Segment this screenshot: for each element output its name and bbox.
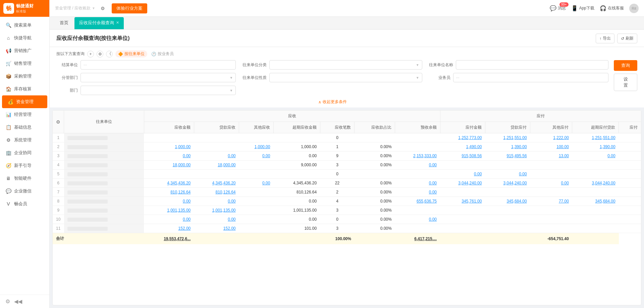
export-button[interactable]: ↑ 导出: [596, 34, 614, 43]
topbar-app-btn[interactable]: 📱 App下载: [571, 5, 594, 11]
sidebar-item-hardware[interactable]: 🖥 智能硬件: [0, 172, 49, 185]
tab-ar-query[interactable]: 应收应付余额查询 ✕: [74, 17, 124, 29]
settings-button[interactable]: 设置: [614, 74, 637, 91]
cell-num[interactable]: 345,684.00: [485, 197, 530, 206]
cell-num[interactable]: 0.00: [194, 151, 239, 161]
cell-num[interactable]: 655,636.75: [395, 197, 440, 206]
cell-num[interactable]: 0.00: [395, 215, 440, 224]
sidebar-item-corp[interactable]: 🏢 企业协同: [0, 146, 49, 159]
cell-num[interactable]: 810,126.64: [144, 188, 194, 197]
topbar-gear-icon[interactable]: ⚙: [101, 6, 105, 11]
sidebar-item-quick-nav[interactable]: ⌂ 快捷导航: [0, 32, 49, 44]
filter-settlement-input[interactable]: ···: [80, 60, 236, 70]
cell-num[interactable]: 0.00: [485, 170, 530, 179]
filter-subdept-input[interactable]: ▼: [80, 86, 236, 95]
cell-num[interactable]: 1,252,773.00: [440, 133, 485, 142]
filter-category-input[interactable]: ▼: [269, 60, 422, 70]
filter-scheme-settings-btn[interactable]: ⚙: [97, 51, 103, 57]
table-settings-icon[interactable]: ⚙: [56, 119, 60, 125]
sidebar-item-wechat[interactable]: 💬 企业微信: [0, 185, 49, 197]
cell-num[interactable]: 0.00: [395, 188, 440, 197]
cell-empty: [440, 188, 485, 197]
sidebar-item-search-menu[interactable]: 🔍 搜索菜单: [0, 19, 49, 32]
cell-num[interactable]: 810,126.64: [194, 188, 239, 197]
footer-ap-amount[interactable]: 6,417,215....: [395, 233, 440, 245]
scheme-item-partner[interactable]: 🔶 按往来单位: [115, 50, 147, 57]
avatar-initials: Rit: [632, 6, 636, 10]
cell-num[interactable]: 0.00: [395, 179, 440, 188]
filter-collapse-left-btn[interactable]: 《: [106, 51, 113, 57]
topbar-user[interactable]: Rit: [629, 4, 639, 13]
topbar-service-btn[interactable]: 🎧 在线客服: [600, 5, 624, 11]
cell-num[interactable]: 0.00: [144, 215, 194, 224]
sidebar-item-ops[interactable]: 📊 经营管理: [0, 108, 49, 121]
filter-salesperson-input[interactable]: ···: [453, 73, 608, 82]
cell-num[interactable]: 0.00: [395, 161, 440, 170]
cell-pct: 0.00%: [355, 197, 395, 206]
cell-num[interactable]: 915,508.56: [440, 151, 485, 161]
filter-collapse-row[interactable]: ∧ 收起更多条件: [56, 98, 608, 107]
filter-name-input[interactable]: [456, 60, 608, 70]
cell-num[interactable]: 1,001,135.00: [194, 206, 239, 215]
cell-num[interactable]: 0.00: [239, 151, 274, 161]
cell-partner: [64, 215, 144, 224]
cell-num[interactable]: 0.00: [239, 179, 274, 188]
refresh-button[interactable]: ↺ 刷新: [617, 34, 637, 43]
cell-num[interactable]: 4,345,436.20: [144, 179, 194, 188]
cell-num[interactable]: 3,044,240.00: [572, 179, 619, 188]
scheme-item-salesperson[interactable]: 🕐 按业务员: [149, 50, 176, 57]
sidebar-collapse-btn[interactable]: ◀◀: [14, 298, 22, 305]
sidebar-item-sales[interactable]: 🛒 销售管理: [0, 57, 49, 70]
cell-num[interactable]: 77.00: [530, 197, 572, 206]
tab-home[interactable]: 首页: [55, 17, 73, 29]
cell-num[interactable]: 345,761.00: [440, 197, 485, 206]
table-row: 11 152.00 152.00 101.00 3 0.00%: [53, 224, 641, 233]
cell-num[interactable]: 0.00: [572, 151, 619, 161]
cell-num[interactable]: 1,251,551.00: [485, 133, 530, 142]
cell-num[interactable]: 1,000.00: [144, 142, 194, 151]
cell-num[interactable]: 3,044,240.00: [485, 179, 530, 188]
cell-num[interactable]: 1,490.00: [440, 142, 485, 151]
sidebar-item-inventory[interactable]: 🏠 库存核算: [0, 83, 49, 95]
query-button[interactable]: 查询: [614, 60, 637, 71]
cell-num[interactable]: 152.00: [194, 224, 239, 233]
cell-num[interactable]: 152.00: [144, 224, 194, 233]
filter-nature-input[interactable]: ▼: [269, 73, 422, 82]
filter-add-btn[interactable]: +: [87, 51, 94, 57]
cell-num[interactable]: 0.00: [194, 215, 239, 224]
sidebar-item-marketing[interactable]: 📢 营销推广: [0, 44, 49, 57]
cell-num[interactable]: 2,153,333.00: [395, 151, 440, 161]
cell-num[interactable]: 1,222.00: [530, 133, 572, 142]
cell-num[interactable]: 0.00: [440, 170, 485, 179]
filter-dept-input[interactable]: ▼: [80, 73, 236, 82]
cell-num[interactable]: 4,345,436.20: [194, 179, 239, 188]
topbar-cta-button[interactable]: 体验行业方案: [112, 3, 147, 13]
cell-num[interactable]: 1,251,551.00: [572, 133, 619, 142]
sidebar-item-member[interactable]: V 畅会员: [0, 197, 49, 210]
cell-num[interactable]: 0.00: [530, 179, 572, 188]
cell-num[interactable]: 1,001,135.00: [144, 206, 194, 215]
sidebar-settings-btn[interactable]: ⚙: [5, 298, 10, 305]
cell-num[interactable]: 18,000.00: [144, 161, 194, 170]
sidebar-item-finance[interactable]: 💰 资金管理: [2, 95, 47, 108]
sidebar-item-system[interactable]: ⚙ 系统管理: [0, 134, 49, 146]
footer-ar-amount[interactable]: 19,553,472,6...: [144, 233, 194, 245]
cell-num[interactable]: 345,684.00: [572, 197, 619, 206]
cell-num[interactable]: 0.00: [194, 197, 239, 206]
sidebar-item-base[interactable]: 📋 基础信息: [0, 121, 49, 134]
cell-num[interactable]: 3,044,240.00: [440, 179, 485, 188]
topbar-message-btn[interactable]: 💬 消息 99+: [550, 5, 566, 11]
cell-num[interactable]: 0.00: [144, 151, 194, 161]
cell-num[interactable]: 100.00: [530, 142, 572, 151]
cell-num[interactable]: 1,390.00: [572, 142, 619, 151]
cell-num[interactable]: 18,000.00: [194, 161, 239, 170]
cell-num[interactable]: 13.00: [530, 151, 572, 161]
cell-normal: 810,126.64: [273, 188, 320, 197]
sidebar-item-guide[interactable]: 🧭 新手引导: [0, 159, 49, 172]
cell-num[interactable]: 1,000.00: [239, 142, 274, 151]
tab-close-icon[interactable]: ✕: [116, 20, 119, 25]
cell-num[interactable]: 0.00: [144, 197, 194, 206]
cell-num[interactable]: 915,495.56: [485, 151, 530, 161]
cell-num[interactable]: 1,390.00: [485, 142, 530, 151]
sidebar-item-purchase[interactable]: 📦 采购管理: [0, 70, 49, 83]
